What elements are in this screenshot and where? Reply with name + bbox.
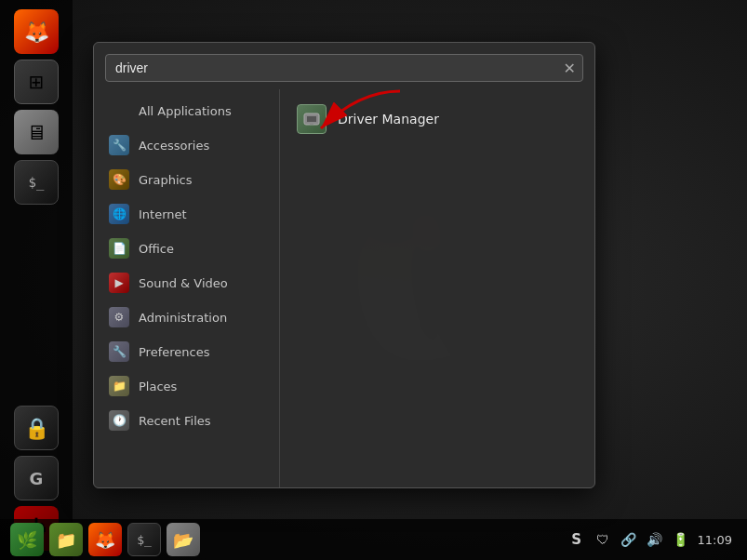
category-label: Sound & Video	[139, 276, 228, 290]
taskbar-bottom-folder[interactable]: 📂	[167, 523, 200, 556]
taskbar-bottom-firefox[interactable]: 🦊	[88, 523, 122, 556]
driver-manager-icon	[297, 104, 327, 134]
sound-video-icon: ▶	[109, 273, 129, 293]
search-clear-button[interactable]: ✕	[564, 60, 576, 77]
menu-body: All Applications 🔧 Accessories 🎨 Graphic…	[94, 89, 594, 487]
category-places[interactable]: 📁 Places	[98, 369, 275, 403]
folder-bottom-icon: 📂	[173, 530, 193, 550]
network-tray-icon[interactable]: 🔗	[620, 530, 638, 549]
taskbar-icon-update[interactable]: G	[14, 456, 59, 500]
result-driver-manager[interactable]: Driver Manager	[287, 97, 587, 141]
firefox-icon: 🦊	[24, 20, 49, 44]
terminal-bottom-icon: $_	[137, 533, 152, 547]
category-label: Recent Files	[139, 414, 211, 428]
results-pane: Driver Manager	[280, 89, 594, 487]
category-preferences[interactable]: 🔧 Preferences	[98, 335, 275, 368]
taskbar-icon-firefox[interactable]: 🦊	[14, 9, 59, 54]
categories-pane: All Applications 🔧 Accessories 🎨 Graphic…	[94, 89, 280, 487]
apps-icon: ⊞	[29, 71, 45, 93]
taskbar-icon-files[interactable]: 🖥	[14, 110, 59, 154]
category-sound-video[interactable]: ▶ Sound & Video	[98, 266, 275, 300]
taskbar-icon-apps[interactable]: ⊞	[14, 60, 59, 104]
category-internet[interactable]: 🌐 Internet	[98, 197, 275, 231]
search-bar: ✕	[94, 43, 594, 89]
update-icon: G	[30, 469, 44, 488]
all-apps-icon	[109, 100, 129, 121]
office-icon: 📄	[109, 238, 129, 259]
places-icon: 📁	[109, 376, 129, 396]
internet-icon: 🌐	[109, 204, 129, 224]
category-label: Accessories	[139, 139, 209, 153]
application-menu: ✕ All Applications 🔧 Accessories 🎨 Graph…	[93, 42, 595, 488]
category-label: Administration	[139, 311, 227, 325]
lock-icon: 🔒	[24, 417, 49, 440]
category-label: Internet	[139, 207, 187, 221]
category-label: Places	[139, 380, 177, 393]
svg-rect-2	[310, 123, 313, 125]
administration-icon: ⚙	[109, 307, 129, 327]
taskbar-bottom: 🌿 📁 🦊 $_ 📂 S 🛡 🔗 🔊 🔋 11:09	[0, 519, 747, 560]
category-graphics[interactable]: 🎨 Graphics	[98, 163, 275, 196]
taskbar-icon-terminal[interactable]: $_	[14, 160, 59, 205]
category-accessories[interactable]: 🔧 Accessories	[98, 128, 275, 162]
category-all-applications[interactable]: All Applications	[98, 94, 275, 127]
shield-tray-icon[interactable]: 🛡	[594, 530, 612, 549]
files-icon: 🖥	[26, 121, 47, 144]
preferences-icon: 🔧	[109, 341, 129, 362]
category-office[interactable]: 📄 Office	[98, 232, 275, 265]
folder-green-icon: 📁	[56, 530, 76, 550]
taskbar-bottom-folder-green[interactable]: 📁	[49, 523, 83, 556]
result-label: Driver Manager	[338, 112, 439, 127]
skype-tray-icon[interactable]: S	[567, 530, 586, 549]
mint-icon: 🌿	[17, 530, 37, 550]
firefox-bottom-icon: 🦊	[95, 530, 115, 550]
battery-tray-icon[interactable]: 🔋	[672, 530, 690, 549]
category-label: Office	[139, 242, 174, 256]
recent-files-icon: 🕐	[109, 410, 129, 431]
taskbar-bottom-terminal[interactable]: $_	[127, 523, 161, 556]
taskbar-left: 🦊 ⊞ 🖥 $_ 🔒 G ⏻	[0, 0, 73, 560]
system-tray: S 🛡 🔗 🔊 🔋 11:09	[567, 530, 740, 549]
taskbar-bottom-mint[interactable]: 🌿	[10, 523, 44, 556]
terminal-icon: $_	[29, 175, 45, 190]
accessories-icon: 🔧	[109, 135, 129, 155]
category-label: Preferences	[139, 345, 209, 359]
graphics-icon: 🎨	[109, 169, 129, 190]
category-administration[interactable]: ⚙ Administration	[98, 300, 275, 334]
category-recent-files[interactable]: 🕐 Recent Files	[98, 404, 275, 437]
volume-tray-icon[interactable]: 🔊	[646, 530, 664, 549]
category-label: Graphics	[139, 173, 192, 187]
category-label: All Applications	[139, 104, 232, 118]
search-input[interactable]	[105, 54, 583, 82]
svg-rect-1	[307, 116, 316, 122]
taskbar-icon-lock[interactable]: 🔒	[14, 406, 59, 450]
clock: 11:09	[698, 533, 732, 547]
